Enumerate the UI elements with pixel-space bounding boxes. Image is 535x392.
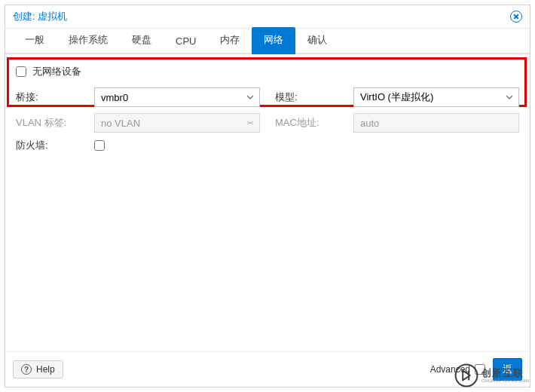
title-bar: 创建: 虚拟机 [5, 5, 530, 29]
watermark-en: CHUANG XIN HU LIAN [482, 378, 529, 384]
no-network-checkbox[interactable] [16, 66, 26, 77]
firewall-label: 防火墙: [16, 139, 94, 152]
model-select[interactable] [353, 87, 519, 107]
bridge-label: 桥接: [16, 90, 94, 104]
mac-label: MAC地址: [275, 116, 353, 130]
model-label: 模型: [275, 90, 353, 104]
footer-bar: ? Help Advanced 返 [5, 351, 530, 387]
vlan-input [94, 113, 260, 133]
firewall-checkbox[interactable] [94, 140, 105, 151]
svg-point-0 [456, 365, 478, 387]
tabs-bar: 一般 操作系统 硬盘 CPU 内存 网络 确认 [5, 29, 530, 54]
model-input[interactable] [353, 87, 519, 107]
content-area: 无网络设备 桥接: 模型: [5, 54, 530, 351]
no-network-row: 无网络设备 [16, 65, 519, 78]
close-icon[interactable] [510, 11, 522, 23]
tab-cpu[interactable]: CPU [164, 29, 208, 54]
help-label: Help [36, 364, 55, 375]
help-button[interactable]: ? Help [13, 360, 63, 378]
bridge-input[interactable] [94, 87, 260, 107]
vlan-select [94, 113, 260, 133]
tab-memory[interactable]: 内存 [208, 27, 252, 54]
tab-harddisk[interactable]: 硬盘 [120, 27, 164, 54]
vlan-label: VLAN 标签: [16, 116, 94, 130]
watermark-logo-icon [454, 363, 478, 387]
tab-general[interactable]: 一般 [13, 27, 57, 54]
tab-network[interactable]: 网络 [252, 27, 295, 54]
watermark-cn: 创新互联 [482, 368, 529, 378]
mac-input [353, 113, 519, 133]
bridge-select[interactable] [94, 87, 260, 107]
form-area: 无网络设备 桥接: 模型: [5, 54, 530, 169]
create-vm-dialog: 创建: 虚拟机 一般 操作系统 硬盘 CPU 内存 网络 确认 无网络设备 桥接… [5, 5, 530, 387]
watermark: 创新互联 CHUANG XIN HU LIAN [454, 363, 529, 387]
mac-input-wrap [353, 113, 519, 133]
help-icon: ? [21, 364, 32, 375]
tab-confirm[interactable]: 确认 [295, 27, 339, 54]
no-network-label: 无网络设备 [32, 65, 81, 78]
tab-os[interactable]: 操作系统 [57, 27, 120, 54]
dialog-title: 创建: 虚拟机 [13, 10, 67, 23]
